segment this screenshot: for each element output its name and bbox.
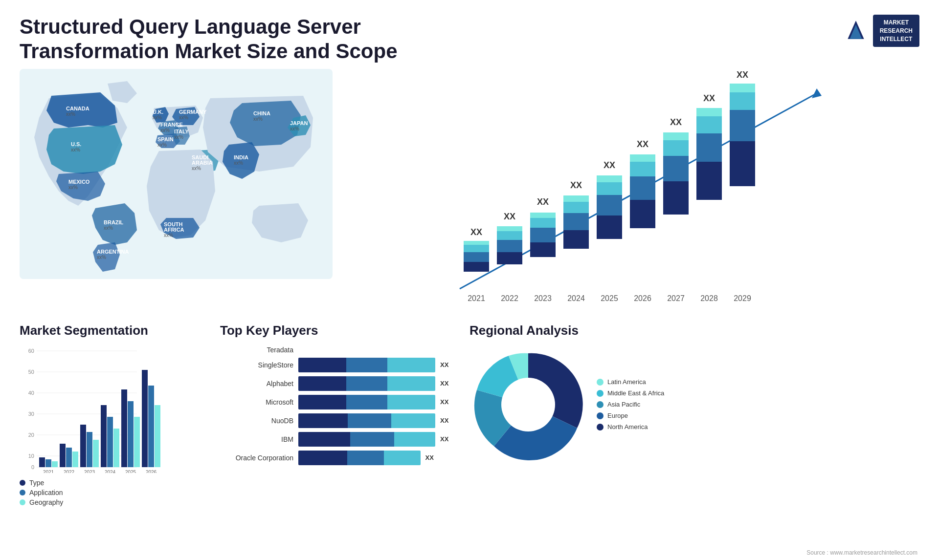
svg-text:xx%: xx% [174, 134, 183, 140]
svg-rect-107 [52, 461, 58, 467]
player-row-nuodb: NuoDB XX [220, 413, 455, 428]
svg-rect-58 [563, 195, 589, 202]
svg-rect-67 [630, 200, 655, 228]
regional-section: Regional Analysis [470, 323, 919, 499]
player-bar-microsoft [298, 395, 435, 409]
svg-text:xx%: xx% [157, 142, 167, 148]
player-value-alphabet: XX [440, 380, 455, 387]
svg-rect-88 [730, 84, 755, 92]
key-players-title: Top Key Players [220, 323, 455, 338]
svg-text:xx%: xx% [164, 233, 173, 238]
segmentation-section: Market Segmentation 60 50 40 30 20 10 0 … [20, 323, 205, 499]
player-row-oracle: Oracle Corporation XX [220, 451, 455, 465]
svg-text:XX: XX [737, 70, 748, 80]
svg-text:U.S.: U.S. [71, 141, 81, 147]
growth-chart-svg: XX 2021 XX 2022 XX 2023 XX 2024 [342, 69, 919, 308]
svg-text:30: 30 [28, 411, 34, 417]
svg-text:2024: 2024 [567, 294, 585, 302]
svg-text:10: 10 [28, 453, 34, 459]
player-value-ibm: XX [440, 435, 455, 443]
svg-text:xx%: xx% [179, 115, 188, 120]
donut-chart [470, 346, 587, 463]
svg-rect-37 [464, 262, 489, 272]
player-bar-oracle [298, 451, 421, 465]
svg-rect-74 [663, 156, 689, 181]
svg-rect-61 [597, 215, 622, 239]
svg-text:2028: 2028 [700, 294, 718, 302]
reg-color-latin [597, 379, 604, 386]
svg-rect-38 [464, 252, 489, 262]
svg-text:XX: XX [604, 160, 615, 170]
player-name-teradata: Teradata [220, 346, 293, 354]
svg-text:XX: XX [670, 117, 682, 127]
legend-application-dot [20, 490, 25, 495]
svg-rect-121 [121, 389, 127, 467]
svg-text:2023: 2023 [84, 470, 95, 473]
legend-type: Type [20, 479, 205, 487]
player-value-singlestore: XX [440, 361, 455, 368]
svg-rect-82 [696, 108, 722, 116]
reg-legend-asia: Asia Pacific [597, 401, 664, 408]
svg-rect-40 [464, 241, 489, 245]
reg-color-asia [597, 401, 604, 408]
svg-text:JAPAN: JAPAN [290, 120, 308, 126]
reg-legend-latin-america: Latin America [597, 378, 664, 386]
svg-rect-110 [66, 448, 72, 467]
svg-rect-43 [497, 252, 522, 264]
svg-rect-87 [730, 92, 755, 110]
svg-text:XX: XX [504, 212, 515, 221]
svg-rect-56 [563, 213, 589, 230]
svg-rect-80 [696, 133, 722, 162]
source-text: Source : www.marketresearchintellect.com [806, 549, 917, 556]
reg-legend-north-america: North America [597, 423, 664, 431]
svg-text:2025: 2025 [125, 470, 136, 473]
svg-text:XX: XX [570, 180, 582, 190]
regional-title: Regional Analysis [470, 323, 919, 338]
segmentation-chart: 60 50 40 30 20 10 0 2021 2022 [20, 346, 186, 473]
svg-text:FRANCE: FRANCE [160, 122, 183, 128]
svg-rect-122 [128, 401, 134, 467]
page-header: Structured Query Language Server Transfo… [0, 0, 939, 69]
reg-color-europe [597, 412, 604, 419]
reg-label-europe: Europe [607, 412, 628, 419]
svg-text:XX: XX [703, 93, 715, 103]
svg-rect-52 [530, 213, 556, 218]
svg-text:ARABIA: ARABIA [192, 160, 213, 166]
svg-text:2029: 2029 [734, 294, 751, 302]
svg-rect-51 [530, 218, 556, 228]
svg-text:AFRICA: AFRICA [164, 227, 184, 233]
regional-legend: Latin America Middle East & Africa Asia … [597, 378, 664, 431]
player-row-teradata: Teradata [220, 346, 455, 354]
segmentation-title: Market Segmentation [20, 323, 205, 338]
svg-text:60: 60 [28, 348, 34, 354]
svg-text:2022: 2022 [501, 294, 518, 302]
svg-rect-115 [93, 440, 99, 467]
svg-rect-39 [464, 245, 489, 252]
logo-area: MARKET RESEARCH INTELLECT [844, 15, 919, 47]
svg-text:XX: XX [537, 197, 549, 207]
player-row-ibm: IBM XX [220, 432, 455, 447]
svg-text:ARGENTINA: ARGENTINA [97, 249, 129, 255]
svg-rect-105 [39, 457, 45, 467]
svg-rect-117 [101, 405, 107, 467]
svg-rect-75 [663, 140, 689, 156]
logo-text: MARKET RESEARCH INTELLECT [873, 15, 919, 47]
reg-legend-europe: Europe [597, 412, 664, 419]
svg-text:2023: 2023 [534, 294, 552, 302]
reg-label-latin: Latin America [607, 378, 646, 386]
player-name-singlestore: SingleStore [220, 361, 293, 369]
world-map: CANADA xx% U.S. xx% MEXICO xx% BRAZIL xx… [20, 69, 333, 279]
svg-text:2026: 2026 [146, 470, 157, 473]
svg-text:xx%: xx% [71, 147, 80, 152]
svg-rect-125 [142, 370, 148, 467]
reg-label-mea: Middle East & Africa [607, 389, 664, 397]
svg-text:SPAIN: SPAIN [157, 136, 174, 142]
svg-rect-106 [45, 459, 51, 467]
svg-text:0: 0 [31, 464, 34, 470]
svg-text:2021: 2021 [468, 294, 485, 302]
reg-label-asia: Asia Pacific [607, 401, 640, 408]
svg-rect-127 [155, 405, 160, 467]
svg-rect-79 [696, 162, 722, 200]
svg-text:2026: 2026 [634, 294, 651, 302]
svg-rect-44 [497, 240, 522, 252]
